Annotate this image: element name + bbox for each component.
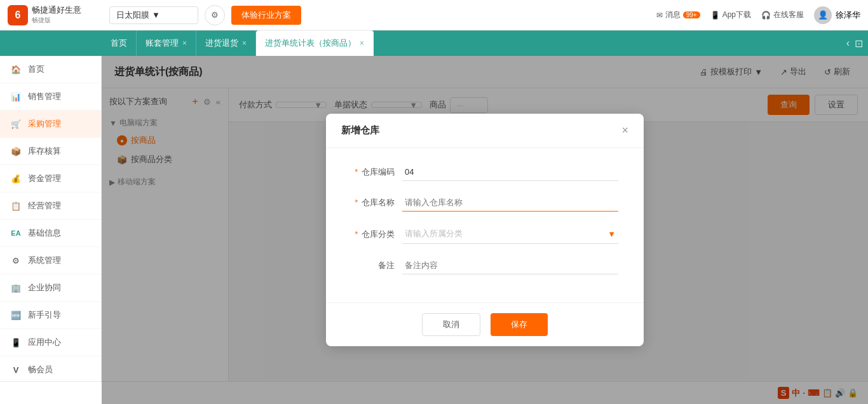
modal-field-code: * 仓库编码 <box>351 163 618 181</box>
app-sub: 畅捷版 <box>32 16 81 25</box>
modal-new-warehouse: 新增仓库 × * 仓库编码 * <box>326 114 644 346</box>
modal-footer: 取消 保存 <box>326 302 644 346</box>
sidebar-item-finance[interactable]: 💰 资金管理 <box>0 165 101 192</box>
sidebar-item-purchase[interactable]: 🛒 采购管理 <box>0 111 101 138</box>
main-layout: 🏠 首页 📊 销售管理 🛒 采购管理 📦 库存核算 💰 资金管理 📋 经营管理 … <box>0 56 868 404</box>
tab-bar-actions: ‹ ⊡ <box>846 37 868 50</box>
store-selector[interactable]: 日太阳膜 ▼ <box>109 6 198 24</box>
warehouse-code-input[interactable] <box>402 163 618 181</box>
modal-label-name: * 仓库名称 <box>351 197 402 208</box>
online-service-label: 在线客服 <box>773 10 804 20</box>
inventory-icon: 📦 <box>10 145 22 157</box>
top-header: 6 畅捷通好生意 畅捷版 日太阳膜 ▼ ⚙ 体验行业方案 ✉ 消息 99+ 📱 … <box>0 0 868 30</box>
modal-label-category: * 仓库分类 <box>351 229 402 240</box>
member-icon: V <box>10 364 22 375</box>
app-logo: 6 <box>8 5 28 25</box>
sidebar-label-finance: 资金管理 <box>28 173 61 184</box>
modal-header: 新增仓库 × <box>326 114 644 148</box>
sidebar-item-basic-info[interactable]: EA 基础信息 <box>0 220 101 247</box>
chevron-down-icon: ▼ <box>152 10 160 20</box>
sidebar-label-enterprise: 企业协同 <box>28 282 61 293</box>
sidebar-label-operations: 经营管理 <box>28 200 61 212</box>
trial-button[interactable]: 体验行业方案 <box>231 6 301 25</box>
home-icon: 🏠 <box>10 64 22 75</box>
store-name: 日太阳膜 <box>116 10 149 21</box>
operations-icon: 📋 <box>10 200 22 212</box>
sidebar-item-home[interactable]: 🏠 首页 <box>0 56 101 83</box>
message-button[interactable]: ✉ 消息 99+ <box>656 10 700 20</box>
modal-field-remark: 备注 <box>351 257 618 274</box>
sidebar-item-enterprise[interactable]: 🏢 企业协同 <box>0 274 101 302</box>
modal-field-category: * 仓库分类 请输入所属分类 ▼ <box>351 224 618 244</box>
sidebar-item-inventory[interactable]: 📦 库存核算 <box>0 138 101 165</box>
sidebar-item-guide[interactable]: 🆕 新手引导 <box>0 302 101 329</box>
sidebar-item-system[interactable]: ⚙ 系统管理 <box>0 247 101 274</box>
modal-overlay: 新增仓库 × * 仓库编码 * <box>102 56 868 404</box>
enterprise-icon: 🏢 <box>10 282 22 293</box>
save-button[interactable]: 保存 <box>491 313 548 336</box>
sidebar-label-inventory: 库存核算 <box>28 145 61 157</box>
warehouse-name-input[interactable] <box>402 194 618 212</box>
message-badge: 99+ <box>683 11 700 18</box>
modal-body: * 仓库编码 * 仓库名称 <box>326 148 644 302</box>
tab-prev-icon[interactable]: ‹ <box>846 37 850 49</box>
tab-close-accounts[interactable]: × <box>182 39 187 48</box>
modal-close-button[interactable]: × <box>621 124 628 137</box>
sidebar-item-sales[interactable]: 📊 销售管理 <box>0 83 101 111</box>
finance-icon: 💰 <box>10 173 22 184</box>
apps-icon: 📱 <box>10 337 22 348</box>
sidebar-label-basic-info: 基础信息 <box>28 227 61 239</box>
app-download-label: App下载 <box>722 10 751 20</box>
modal-label-remark: 备注 <box>351 260 402 271</box>
tab-home[interactable]: 首页 <box>102 30 137 56</box>
sidebar-label-sales: 销售管理 <box>28 91 61 102</box>
logo-area: 6 畅捷通好生意 畅捷版 <box>8 5 103 25</box>
sales-icon: 📊 <box>10 91 22 102</box>
avatar: 👤 <box>814 6 832 24</box>
sidebar-label-home: 首页 <box>28 64 44 75</box>
warehouse-category-select[interactable]: 请输入所属分类 ▼ <box>402 224 618 244</box>
user-name: 徐泽华 <box>836 10 860 21</box>
message-label: 消息 <box>665 10 681 20</box>
tab-purchase-stats[interactable]: 进货单统计表（按商品） × <box>256 30 374 56</box>
app-download-button[interactable]: 📱 App下载 <box>710 10 751 20</box>
modal-title: 新增仓库 <box>341 125 379 137</box>
phone-icon: 📱 <box>710 11 720 20</box>
message-icon: ✉ <box>656 11 663 20</box>
tab-bar: 首页 账套管理 × 进货退货 × 进货单统计表（按商品） × ‹ ⊡ <box>0 30 868 56</box>
headset-icon: 🎧 <box>761 11 771 20</box>
tab-close-purchase-stats[interactable]: × <box>360 39 364 48</box>
app-name: 畅捷通好生意 <box>32 5 81 16</box>
tab-close-purchase-return[interactable]: × <box>242 39 247 48</box>
sidebar-item-operations[interactable]: 📋 经营管理 <box>0 192 101 220</box>
category-dropdown-icon: ▼ <box>607 229 616 239</box>
modal-field-name: * 仓库名称 <box>351 194 618 212</box>
system-icon: ⚙ <box>10 255 22 266</box>
category-placeholder: 请输入所属分类 <box>405 228 463 239</box>
guide-icon: 🆕 <box>10 309 22 321</box>
online-service-button[interactable]: 🎧 在线客服 <box>761 10 804 20</box>
cancel-button[interactable]: 取消 <box>422 313 480 336</box>
sidebar-item-member[interactable]: V 畅会员 <box>0 356 101 384</box>
sidebar: 🏠 首页 📊 销售管理 🛒 采购管理 📦 库存核算 💰 资金管理 📋 经营管理 … <box>0 56 102 404</box>
purchase-icon: 🛒 <box>10 118 22 130</box>
basic-info-icon: EA <box>10 227 22 239</box>
content-area: 进货单统计(按商品) 🖨 按模板打印 ▼ ↗ 导出 ↺ 刷新 <box>102 56 868 404</box>
user-avatar-area[interactable]: 👤 徐泽华 <box>814 6 860 24</box>
sidebar-label-system: 系统管理 <box>28 255 61 266</box>
sidebar-label-guide: 新手引导 <box>28 309 61 321</box>
sidebar-item-apps[interactable]: 📱 应用中心 <box>0 329 101 356</box>
remark-input[interactable] <box>402 257 618 274</box>
sidebar-label-purchase: 采购管理 <box>28 118 61 130</box>
gear-icon: ⚙ <box>211 10 219 20</box>
tab-next-icon[interactable]: ⊡ <box>855 37 863 50</box>
sidebar-label-apps: 应用中心 <box>28 337 61 348</box>
tab-accounts[interactable]: 账套管理 × <box>137 30 196 56</box>
tab-purchase-return[interactable]: 进货退货 × <box>196 30 256 56</box>
modal-label-code: * 仓库编码 <box>351 166 402 178</box>
header-right: ✉ 消息 99+ 📱 App下载 🎧 在线客服 👤 徐泽华 <box>656 6 860 24</box>
sidebar-label-member: 畅会员 <box>28 364 53 375</box>
settings-button[interactable]: ⚙ <box>205 5 225 25</box>
